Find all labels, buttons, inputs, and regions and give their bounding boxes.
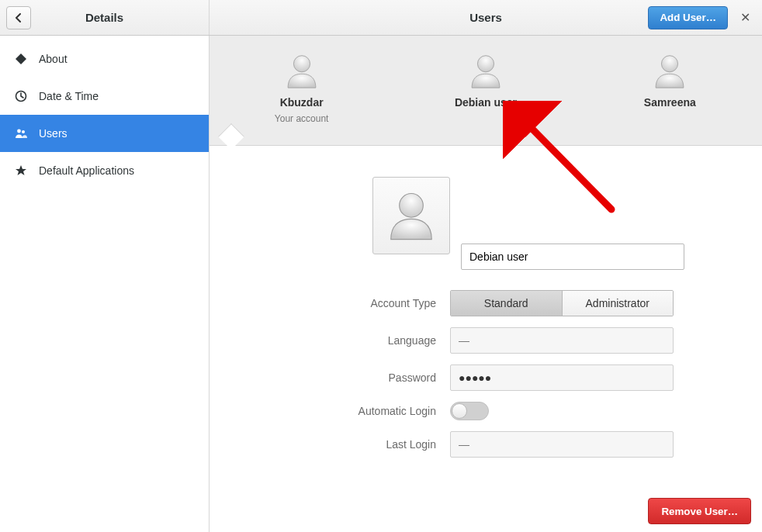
sidebar-item-label: Default Applications (39, 164, 134, 177)
titlebar-left: Details (0, 0, 210, 35)
titlebar-right: Users Add User… ✕ (210, 0, 762, 35)
label-language: Language (241, 334, 450, 347)
avatar-picker[interactable] (372, 177, 450, 254)
avatar-icon (466, 51, 506, 92)
users-strip: Kbuzdar Your account Debian user Samreen… (210, 36, 762, 146)
svg-point-1 (17, 130, 21, 133)
add-user-button[interactable]: Add User… (648, 6, 728, 29)
password-field[interactable]: ●●●●● (450, 364, 674, 391)
chevron-left-icon (15, 13, 23, 22)
star-icon (14, 164, 28, 178)
users-icon (14, 126, 28, 140)
label-last-login: Last Login (241, 438, 450, 451)
avatar-icon (282, 51, 322, 92)
last-login-field[interactable]: — (450, 431, 674, 458)
body: About Date & Time Users Default Applicat… (0, 36, 762, 532)
automatic-login-toggle[interactable] (450, 402, 489, 420)
label-account-type: Account Type (241, 297, 450, 309)
sidebar-item-default-apps[interactable]: Default Applications (0, 152, 209, 189)
last-login-value: — (459, 438, 469, 451)
account-type-segmented: Standard Administrator (450, 290, 674, 316)
close-icon: ✕ (740, 10, 750, 25)
back-button[interactable] (6, 6, 31, 29)
avatar-icon (384, 188, 438, 243)
user-tile-subtitle: Your account (275, 113, 329, 124)
sidebar: About Date & Time Users Default Applicat… (0, 36, 210, 532)
sidebar-item-datetime[interactable]: Date & Time (0, 78, 209, 115)
user-tile-name: Kbuzdar (280, 96, 324, 109)
user-tile-0[interactable]: Kbuzdar Your account (255, 51, 348, 124)
label-automatic-login: Automatic Login (241, 405, 450, 417)
sidebar-item-label: Date & Time (39, 90, 99, 102)
sidebar-item-label: Users (39, 127, 68, 140)
sidebar-item-about[interactable]: About (0, 40, 209, 78)
full-name-input[interactable] (461, 244, 684, 270)
svg-point-5 (662, 56, 678, 72)
avatar-icon (649, 51, 690, 92)
label-password: Password (241, 371, 450, 384)
password-value: ●●●●● (459, 371, 491, 384)
toggle-knob (452, 403, 467, 419)
svg-point-2 (22, 130, 25, 133)
user-tile-name: Debian user (455, 96, 517, 109)
form-area: Account Type Standard Administrator Lang… (210, 146, 762, 532)
content: Kbuzdar Your account Debian user Samreen… (210, 36, 762, 532)
titlebar: Details Users Add User… ✕ (0, 0, 762, 36)
language-field[interactable]: — (450, 327, 674, 354)
svg-point-6 (400, 194, 424, 218)
titlebar-left-title: Details (0, 11, 209, 24)
language-value: — (459, 334, 469, 347)
avatar-name-row (241, 177, 731, 270)
plus-icon (14, 52, 28, 66)
account-type-standard[interactable]: Standard (451, 291, 563, 316)
user-tile-1[interactable]: Debian user (439, 51, 532, 113)
svg-point-4 (477, 56, 494, 72)
svg-point-3 (293, 56, 310, 72)
user-tile-name: Samreena (644, 96, 696, 109)
close-button[interactable]: ✕ (736, 9, 754, 27)
sidebar-item-users[interactable]: Users (0, 115, 209, 152)
sidebar-item-label: About (39, 53, 68, 65)
user-tile-2[interactable]: Samreena (623, 51, 716, 113)
remove-user-button[interactable]: Remove User… (648, 498, 751, 524)
account-type-administrator[interactable]: Administrator (563, 291, 674, 316)
clock-icon (14, 89, 28, 103)
